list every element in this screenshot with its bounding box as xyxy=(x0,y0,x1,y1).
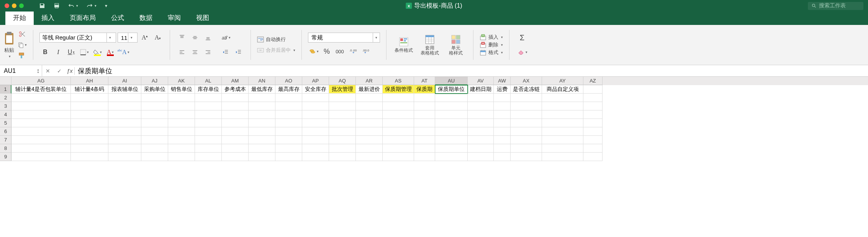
tab-formulas[interactable]: 公式 xyxy=(103,11,132,25)
cell-AS4[interactable] xyxy=(383,110,414,119)
delete-cells-button[interactable]: 删除▾ xyxy=(480,41,503,48)
cell-AP8[interactable] xyxy=(302,144,329,153)
column-header-AN[interactable]: AN xyxy=(249,77,275,85)
cell-AZ1[interactable] xyxy=(583,85,603,94)
cell-AN6[interactable] xyxy=(249,127,275,136)
cell-AO8[interactable] xyxy=(275,144,302,153)
column-header-AW[interactable]: AW xyxy=(494,77,511,85)
column-header-AH[interactable]: AH xyxy=(71,77,108,85)
column-header-AP[interactable]: AP xyxy=(302,77,329,85)
cell-AH6[interactable] xyxy=(71,127,108,136)
cell-AI4[interactable] xyxy=(108,110,141,119)
cell-AX9[interactable] xyxy=(511,153,542,161)
cell-AT5[interactable] xyxy=(414,119,435,127)
cell-AJ1[interactable]: 采购单位 xyxy=(141,85,168,94)
align-top-button[interactable] xyxy=(176,32,188,43)
cell-AG9[interactable] xyxy=(11,153,71,161)
cell-AL1[interactable]: 库存单位 xyxy=(195,85,222,94)
currency-button[interactable]: ▾ xyxy=(308,46,319,57)
cell-AN3[interactable] xyxy=(249,102,275,110)
tab-layout[interactable]: 页面布局 xyxy=(62,11,103,25)
cell-AW2[interactable] xyxy=(494,94,511,102)
cell-AU9[interactable] xyxy=(435,153,468,161)
cell-AR2[interactable] xyxy=(356,94,383,102)
cell-AS2[interactable] xyxy=(383,94,414,102)
clear-button[interactable]: ▾ xyxy=(516,46,528,58)
cell-AN2[interactable] xyxy=(249,94,275,102)
cell-AY4[interactable] xyxy=(542,110,583,119)
cell-AN1[interactable]: 最低库存 xyxy=(249,85,275,94)
cell-AM4[interactable] xyxy=(222,110,249,119)
format-painter-button[interactable] xyxy=(18,51,27,60)
cell-AU4[interactable] xyxy=(435,110,468,119)
column-header-AO[interactable]: AO xyxy=(275,77,302,85)
bold-button[interactable]: B xyxy=(39,46,51,58)
close-window-button[interactable] xyxy=(5,3,9,8)
cell-AP3[interactable] xyxy=(302,102,329,110)
cell-AX4[interactable] xyxy=(511,110,542,119)
cell-AI5[interactable] xyxy=(108,119,141,127)
cell-AS8[interactable] xyxy=(383,144,414,153)
cell-AG1[interactable]: 辅计量4是否包装单位 xyxy=(11,85,71,94)
cell-AU1[interactable]: 保质期单位 xyxy=(435,85,468,94)
row-header-1[interactable]: 1 xyxy=(0,85,11,94)
border-button[interactable]: ▾ xyxy=(79,46,90,58)
cell-AW3[interactable] xyxy=(494,102,511,110)
cell-AI6[interactable] xyxy=(108,127,141,136)
column-header-AM[interactable]: AM xyxy=(222,77,249,85)
row-header-9[interactable]: 9 xyxy=(0,153,11,161)
spreadsheet-grid[interactable]: AGAHAIAJAKALAMANAOAPAQARASATAUAVAWAXAYAZ… xyxy=(0,77,868,161)
cell-AH4[interactable] xyxy=(71,110,108,119)
underline-button[interactable]: U▾ xyxy=(66,46,77,58)
cell-AT2[interactable] xyxy=(414,94,435,102)
fx-icon[interactable]: ƒx xyxy=(67,67,73,74)
cell-AN9[interactable] xyxy=(249,153,275,161)
cell-AW9[interactable] xyxy=(494,153,511,161)
cell-AJ8[interactable] xyxy=(141,144,168,153)
column-header-AZ[interactable]: AZ xyxy=(583,77,603,85)
row-header-7[interactable]: 7 xyxy=(0,136,11,144)
cell-AL9[interactable] xyxy=(195,153,222,161)
cell-AQ5[interactable] xyxy=(329,119,356,127)
orientation-button[interactable]: ab▾ xyxy=(220,32,231,43)
cell-AH1[interactable]: 辅计量4条码 xyxy=(71,85,108,94)
decrease-font-button[interactable]: A▾ xyxy=(152,32,164,43)
cell-AO5[interactable] xyxy=(275,119,302,127)
cell-AX2[interactable] xyxy=(511,94,542,102)
copy-button[interactable]: ▾ xyxy=(18,41,27,49)
enter-formula-button[interactable]: ✓ xyxy=(54,68,65,74)
wrap-text-button[interactable]: 自动换行 xyxy=(257,36,295,43)
cell-AM6[interactable] xyxy=(222,127,249,136)
cell-AL6[interactable] xyxy=(195,127,222,136)
cell-AY1[interactable]: 商品自定义项 xyxy=(542,85,583,94)
cell-AU2[interactable] xyxy=(435,94,468,102)
increase-indent-button[interactable] xyxy=(233,46,244,58)
row-header-3[interactable]: 3 xyxy=(0,102,11,110)
cell-AZ8[interactable] xyxy=(583,144,603,153)
cell-AJ4[interactable] xyxy=(141,110,168,119)
cell-AW4[interactable] xyxy=(494,110,511,119)
cell-AW7[interactable] xyxy=(494,136,511,144)
cell-AR3[interactable] xyxy=(356,102,383,110)
paste-button[interactable]: 粘贴 ▾ xyxy=(3,31,15,58)
cell-AO7[interactable] xyxy=(275,136,302,144)
cell-AT6[interactable] xyxy=(414,127,435,136)
cell-AJ6[interactable] xyxy=(141,127,168,136)
cell-AH9[interactable] xyxy=(71,153,108,161)
cell-AY2[interactable] xyxy=(542,94,583,102)
align-middle-button[interactable] xyxy=(189,32,201,43)
row-header-5[interactable]: 5 xyxy=(0,119,11,127)
maximize-window-button[interactable] xyxy=(19,3,24,8)
cell-AG8[interactable] xyxy=(11,144,71,153)
cell-AR9[interactable] xyxy=(356,153,383,161)
cell-AQ4[interactable] xyxy=(329,110,356,119)
cell-AN4[interactable] xyxy=(249,110,275,119)
cell-AP9[interactable] xyxy=(302,153,329,161)
cell-AV4[interactable] xyxy=(468,110,494,119)
cell-AT4[interactable] xyxy=(414,110,435,119)
table-format-button[interactable]: 套用 表格格式 xyxy=(419,34,441,56)
cell-AI8[interactable] xyxy=(108,144,141,153)
cell-AH8[interactable] xyxy=(71,144,108,153)
cell-AG6[interactable] xyxy=(11,127,71,136)
conditional-format-button[interactable]: 条件格式 xyxy=(393,36,415,53)
